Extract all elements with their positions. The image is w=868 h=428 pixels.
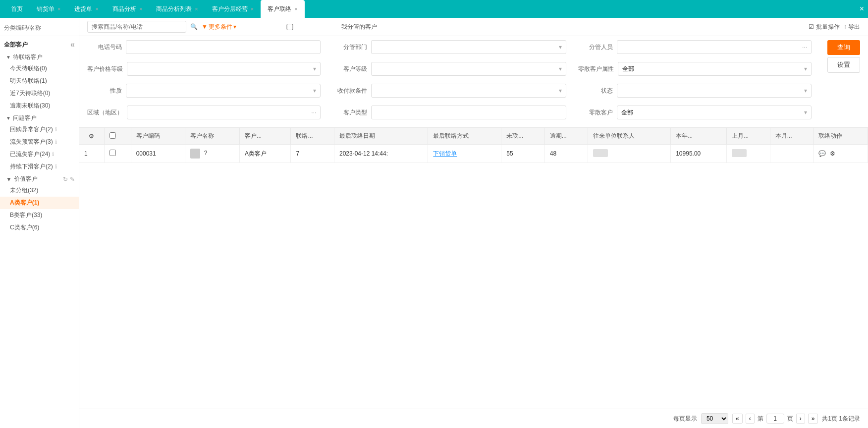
close-product-list-icon[interactable]: × bbox=[195, 6, 198, 12]
settings-action-icon[interactable]: ⚙ bbox=[830, 150, 835, 157]
filter-input-phone[interactable] bbox=[126, 40, 321, 54]
sidebar-item-ungrouped[interactable]: 未分组(32) bbox=[0, 184, 79, 197]
filter-input-sparse-attr[interactable]: 全部 ▾ bbox=[618, 62, 812, 76]
info-icon-4: ℹ bbox=[55, 163, 57, 170]
my-customers-checkbox-label[interactable]: 我分管的客户 bbox=[240, 23, 377, 31]
row-last-method[interactable]: 下销货单 bbox=[428, 145, 501, 163]
nav-customer-segment[interactable]: 客户分层经营 × bbox=[205, 0, 261, 18]
manager-dots-icon: ··· bbox=[802, 44, 807, 51]
filter-btn-group: 查询 设置 bbox=[827, 40, 860, 73]
filter-label-customer-level: 客户等级 bbox=[332, 65, 367, 73]
filter-input-customer-level[interactable]: ▾ bbox=[371, 62, 566, 76]
nav-customer-contact[interactable]: 客户联络 × bbox=[261, 0, 304, 18]
filter-label-nature: 性质 bbox=[87, 87, 122, 95]
sidebar-item-overdue-contact[interactable]: 逾期未联络(30) bbox=[0, 100, 79, 112]
group-pending-contact[interactable]: ▼ 待联络客户 bbox=[0, 51, 79, 62]
nav-purchase[interactable]: 进货单 × bbox=[67, 0, 105, 18]
nav-product-analysis-list[interactable]: 商品分析列表 × bbox=[149, 0, 205, 18]
group-problem-customers[interactable]: ▼ 问题客户 bbox=[0, 112, 79, 123]
filter-search-icon[interactable]: 🔍 bbox=[190, 23, 198, 30]
row-index: 1 bbox=[79, 145, 104, 163]
page-number-input[interactable] bbox=[766, 414, 784, 424]
col-name[interactable]: 客户名称 bbox=[185, 128, 240, 145]
my-customers-checkbox[interactable] bbox=[240, 24, 339, 30]
sidebar-item-repurchase-abnormal[interactable]: 回购异常客户(2) ℹ bbox=[0, 123, 79, 136]
settings-button[interactable]: 设置 bbox=[827, 57, 860, 73]
nav-home[interactable]: 首页 bbox=[4, 0, 30, 18]
nav-sales[interactable]: 销货单 × bbox=[30, 0, 67, 18]
sidebar-item-7day-contact[interactable]: 近7天待联络(0) bbox=[0, 87, 79, 100]
window-close-icon[interactable]: × bbox=[860, 4, 864, 13]
col-gear[interactable]: ⚙ bbox=[79, 128, 104, 145]
col-overdue[interactable]: 逾期... bbox=[544, 128, 588, 145]
close-customer-contact-icon[interactable]: × bbox=[294, 6, 297, 12]
col-action[interactable]: 联络动作 bbox=[814, 128, 868, 145]
col-code[interactable]: 客户编码 bbox=[131, 128, 185, 145]
last-page-btn[interactable]: » bbox=[808, 414, 818, 424]
col-contact2[interactable]: 往来单位联系人 bbox=[588, 128, 671, 145]
sidebar-search-input[interactable] bbox=[4, 24, 78, 31]
region-dots-icon: ··· bbox=[311, 109, 316, 116]
close-sales-icon[interactable]: × bbox=[57, 6, 60, 12]
export-btn[interactable]: ↑ 导出 bbox=[844, 23, 860, 31]
batch-ops-btn[interactable]: ☑ 批量操作 bbox=[809, 23, 839, 31]
filter-input-nature[interactable]: ▾ bbox=[126, 84, 321, 98]
filter-input-status[interactable]: ▾ bbox=[617, 84, 812, 98]
close-purchase-icon[interactable]: × bbox=[95, 6, 98, 12]
nav-product-analysis[interactable]: 商品分析 × bbox=[106, 0, 149, 18]
col-contact[interactable]: 联络... bbox=[291, 128, 334, 145]
filter-cell-sparse-customer: 零散客户 全部 ▾ bbox=[578, 106, 812, 119]
col-this-year[interactable]: 本年... bbox=[671, 128, 727, 145]
filter-actions: ☑ 批量操作 ↑ 导出 bbox=[809, 23, 860, 31]
filter-search-input[interactable] bbox=[87, 21, 186, 33]
sidebar-item-tomorrow-contact[interactable]: 明天待联络(1) bbox=[0, 75, 79, 87]
row-select-checkbox[interactable] bbox=[109, 150, 116, 156]
customer-level-arrow: ▾ bbox=[559, 65, 562, 72]
sidebar-item-class-b[interactable]: B类客户(33) bbox=[0, 209, 79, 221]
sidebar-item-churn-warning[interactable]: 流失预警客户(3) ℹ bbox=[0, 136, 79, 148]
sidebar-item-class-c[interactable]: C类客户(6) bbox=[0, 221, 79, 234]
filter-input-payment[interactable]: ▾ bbox=[371, 84, 566, 98]
filter-input-dept[interactable]: ▾ bbox=[371, 40, 566, 54]
filter-input-manager[interactable]: ··· bbox=[617, 40, 812, 54]
sidebar-collapse-btn[interactable]: « bbox=[70, 40, 75, 49]
query-button[interactable]: 查询 bbox=[827, 40, 860, 55]
close-product-analysis-icon[interactable]: × bbox=[139, 6, 142, 12]
row-code: 000031 bbox=[131, 145, 185, 163]
filter-input-sparse-customer[interactable]: 全部 ▾ bbox=[617, 106, 812, 119]
all-customers-header: 全部客户 « bbox=[0, 38, 79, 51]
filter-input-region[interactable]: ··· bbox=[127, 106, 321, 119]
message-action-icon[interactable]: 💬 bbox=[818, 150, 826, 157]
filter-cell-manager: 分管人员 ··· bbox=[578, 40, 812, 54]
sidebar-item-churned[interactable]: 已流失客户(24) ℹ bbox=[0, 148, 79, 160]
filter-cell-payment: 收付款条件 ▾ bbox=[332, 84, 566, 98]
col-uncontacted[interactable]: 未联... bbox=[501, 128, 544, 145]
sidebar-item-class-a[interactable]: A类客户(1) bbox=[0, 197, 79, 209]
col-this-month[interactable]: 本月... bbox=[770, 128, 813, 145]
close-customer-segment-icon[interactable]: × bbox=[251, 6, 254, 12]
first-page-btn[interactable]: « bbox=[732, 414, 743, 424]
page-size-select[interactable]: 20 50 100 bbox=[701, 413, 728, 424]
contact2-placeholder bbox=[593, 149, 608, 157]
col-last-month[interactable]: 上月... bbox=[727, 128, 770, 145]
group-value-customers: ▼ 价值客户 ↻ ✎ bbox=[0, 173, 79, 184]
filter-label-region: 区域（地区） bbox=[87, 108, 123, 117]
filter-input-customer-type[interactable] bbox=[371, 106, 566, 119]
table-header-row: ⚙ 客户编码 客户名称 客户... 联络... 最后联络日期 最后联络方式 未联… bbox=[79, 128, 868, 145]
sidebar-item-today-contact[interactable]: 今天待联络(0) bbox=[0, 62, 79, 75]
next-page-btn[interactable]: › bbox=[796, 414, 805, 424]
col-last-method[interactable]: 最后联络方式 bbox=[428, 128, 501, 145]
select-all-checkbox[interactable] bbox=[109, 132, 116, 139]
refresh-icon[interactable]: ↻ bbox=[63, 176, 68, 183]
filter-more-btn[interactable]: ▼ 更多条件 ▾ bbox=[202, 23, 236, 31]
sidebar-item-declining[interactable]: 持续下滑客户(2) ℹ bbox=[0, 160, 79, 173]
prev-page-btn[interactable]: ‹ bbox=[746, 414, 755, 424]
filter-input-price-level[interactable]: ▾ bbox=[127, 62, 321, 76]
edit-icon[interactable]: ✎ bbox=[70, 176, 75, 183]
col-level[interactable]: 客户... bbox=[240, 128, 291, 145]
col-last-date[interactable]: 最后联络日期 bbox=[334, 128, 428, 145]
customer-table: ⚙ 客户编码 客户名称 客户... 联络... 最后联络日期 最后联络方式 未联… bbox=[79, 128, 868, 163]
filter-row-3: 性质 ▾ 收付款条件 ▾ bbox=[87, 84, 812, 98]
page-size-label: 每页显示 bbox=[673, 415, 697, 423]
info-icon-1: ℹ bbox=[55, 126, 57, 133]
